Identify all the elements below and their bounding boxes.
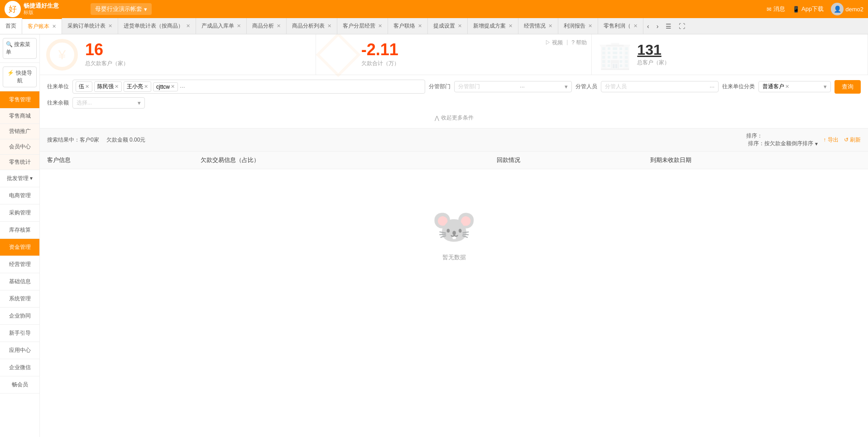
tab-biz-status-close[interactable]: ✕ — [548, 23, 552, 29]
collapse-filters-btn[interactable]: ⋀ 收起更多条件 — [433, 112, 475, 124]
unit-tag-3-close[interactable]: ✕ — [144, 84, 148, 90]
search-menu-btn[interactable]: 🔍 搜索菜单 — [3, 38, 37, 59]
table-header-row: 客户信息 欠款交易信息（占比） 回款情况 到期未收款日期 — [40, 152, 868, 169]
sidebar-item-enterprise-collab[interactable]: 企业协同 — [0, 308, 39, 325]
tab-accounts[interactable]: 客户账本 ✕ — [22, 18, 62, 34]
dept-dropdown-icon: ▾ — [565, 83, 568, 90]
balance-dropdown-icon: ▾ — [138, 100, 141, 106]
category-filter-select[interactable]: 普通客户 ✕ ▾ — [758, 81, 831, 92]
message-btn[interactable]: ✉ 消息 — [767, 5, 785, 13]
query-button[interactable]: 查询 — [834, 80, 861, 94]
sort-label-text: 排序：按欠款金额倒序排序 — [748, 140, 813, 147]
help-btn[interactable]: ? 帮助 — [571, 39, 587, 47]
tab-customer-contact[interactable]: 客户联络 ✕ — [388, 18, 428, 34]
tab-new-promo-close[interactable]: ✕ — [508, 23, 513, 29]
unit-tag-4-close[interactable]: ✕ — [171, 84, 175, 90]
tab-scroll-left[interactable]: ‹ — [643, 18, 653, 34]
dept-more-icon[interactable]: ··· — [520, 83, 525, 90]
sidebar-item-basic-info[interactable]: 基础信息 — [0, 273, 39, 290]
stat-credit-customers-value: 16 — [85, 42, 307, 58]
tab-retail-profit[interactable]: 零售利润（ ✕ — [598, 18, 643, 34]
org-name: 母婴行业演示帐套 — [95, 5, 142, 13]
stat-total-customers-value[interactable]: 131 — [637, 43, 858, 57]
refresh-btn[interactable]: ↺ 刷新 — [844, 136, 861, 144]
sidebar-item-retail-mgmt[interactable]: 零售管理 — [0, 91, 39, 109]
dept-filter-select[interactable]: 分管部门 ··· ▾ — [454, 81, 572, 92]
sidebar-item-system-mgmt[interactable]: 系统管理 — [0, 290, 39, 308]
col-credit-info: 欠款交易信息（占比） — [193, 152, 489, 169]
person-more-icon[interactable]: ··· — [710, 83, 715, 90]
sidebar-item-member-center[interactable]: 会员中心 — [0, 139, 39, 155]
sidebar-item-app-center[interactable]: 应用中心 — [0, 342, 39, 359]
tab-scroll-right[interactable]: › — [653, 18, 662, 34]
tab-promo-settings-close[interactable]: ✕ — [458, 23, 462, 29]
tab-fullscreen[interactable]: ⛶ — [675, 18, 689, 34]
tab-segment-close[interactable]: ✕ — [378, 23, 382, 29]
sidebar-item-new-guide[interactable]: 新手引导 — [0, 325, 39, 342]
quick-nav-btn[interactable]: ⚡ 快捷导航 — [3, 66, 37, 87]
tab-inbound-stat-close[interactable]: ✕ — [186, 23, 190, 29]
stat-credit-customers-label: 总欠款客户（家） — [85, 60, 307, 67]
tab-profit-close[interactable]: ✕ — [588, 23, 592, 29]
empty-text: 暂无数据 — [442, 253, 466, 261]
sidebar-retail-sub: 零售商城 营销推广 会员中心 零售统计 — [0, 109, 39, 170]
stat-total-credit-amount: -2.11 欠款合计（万） ▷ 视频 | ? 帮助 — [316, 34, 592, 75]
unit-tag-1: 伍 ✕ — [76, 81, 92, 92]
tab-home[interactable]: 首页 — [0, 18, 22, 34]
unit-tag-1-close[interactable]: ✕ — [85, 84, 89, 90]
sidebar-item-retail-stats[interactable]: 零售统计 — [0, 155, 39, 170]
sidebar-item-ops-mgmt[interactable]: 经营管理 — [0, 256, 39, 273]
filter-row-1: 往来单位 伍 ✕ 陈民强 ✕ 王小亮 ✕ — [47, 80, 861, 94]
tab-retail-profit-close[interactable]: ✕ — [633, 23, 638, 29]
sidebar-item-premium-member[interactable]: 畅会员 — [0, 376, 39, 394]
unit-tag-2-close[interactable]: ✕ — [115, 84, 119, 90]
empty-icon: 🐭 — [432, 205, 477, 248]
app-download-btn[interactable]: 📱 App下载 — [792, 5, 824, 13]
category-tag-1-close[interactable]: ✕ — [785, 84, 789, 90]
tab-inbound-stat[interactable]: 进货单统计表（按商品） ✕ — [118, 18, 196, 34]
sidebar-item-enterprise-wechat[interactable]: 企业微信 — [0, 359, 39, 376]
col-overdue-date: 到期未收款日期 — [643, 152, 868, 169]
tab-promotion-settings[interactable]: 提成设置 ✕ — [428, 18, 468, 34]
video-help-area: ▷ 视频 | ? 帮助 — [545, 39, 587, 47]
sidebar-item-retail-mall[interactable]: 零售商城 — [0, 109, 39, 124]
tab-goods-analysis[interactable]: 商品分析 ✕ — [247, 18, 287, 34]
stat-total-customers: 🏢 131 总客户（家） — [592, 34, 868, 75]
tab-accounts-close[interactable]: ✕ — [52, 24, 56, 29]
tab-menu[interactable]: ☰ — [662, 18, 675, 34]
sidebar-item-purchase[interactable]: 采购管理 — [0, 204, 39, 222]
tab-new-promotion[interactable]: 新增提成方案 ✕ — [468, 18, 518, 34]
sidebar-item-batch-mgmt[interactable]: 批发管理 ▾ — [0, 170, 39, 187]
unit-tag-more[interactable]: ··· — [180, 83, 185, 90]
tab-business-status[interactable]: 经营情况 ✕ — [518, 18, 558, 34]
balance-filter-select[interactable]: 选择... ▾ — [72, 97, 145, 109]
sort-select[interactable]: 排序：按欠款金额倒序排序 ▾ — [746, 140, 818, 147]
export-btn[interactable]: ↑ 导出 — [823, 136, 838, 144]
tab-goods-analysis-close[interactable]: ✕ — [277, 23, 281, 29]
unit-tag-3: 王小亮 ✕ — [124, 81, 151, 92]
sidebar-item-marketing[interactable]: 营销推广 — [0, 124, 39, 139]
sidebar: 🔍 搜索菜单 ⚡ 快捷导航 零售管理 零售商城 营销推广 会员中心 零售统计 批… — [0, 34, 40, 437]
logo-icon: 好 — [5, 1, 21, 17]
person-filter-select[interactable]: 分管人员 ··· — [601, 81, 719, 92]
tab-production-close[interactable]: ✕ — [237, 23, 241, 29]
user-menu[interactable]: 👤 demo2 — [831, 3, 863, 15]
tab-purchase-order-close[interactable]: ✕ — [108, 23, 112, 29]
tab-contact-close[interactable]: ✕ — [418, 23, 422, 29]
col-payment-status: 回款情况 — [489, 152, 643, 169]
video-btn[interactable]: ▷ 视频 — [545, 39, 563, 47]
tab-goods-list-close[interactable]: ✕ — [327, 23, 331, 29]
tab-purchase-order[interactable]: 采购订单统计表 ✕ — [62, 18, 118, 34]
sidebar-item-inventory[interactable]: 库存核算 — [0, 222, 39, 239]
category-tag-1: 普通客户 ✕ — [762, 83, 789, 90]
tab-profit-report[interactable]: 利润报告 ✕ — [558, 18, 598, 34]
unit-filter-tags[interactable]: 伍 ✕ 陈民强 ✕ 王小亮 ✕ cjttcw ✕ — [72, 80, 425, 94]
logo-area: 好 畅捷通好生意 标版 — [5, 1, 86, 17]
org-selector[interactable]: 母婴行业演示帐套 ▾ — [91, 3, 152, 15]
tab-production[interactable]: 产成品入库单 ✕ — [196, 18, 247, 34]
sidebar-item-ecommerce[interactable]: 电商管理 — [0, 187, 39, 204]
tab-customer-segment[interactable]: 客户分层经营 ✕ — [337, 18, 388, 34]
sidebar-item-finance[interactable]: 资金管理 — [0, 239, 39, 256]
tab-goods-analysis-list[interactable]: 商品分析列表 ✕ — [287, 18, 337, 34]
app-name: 畅捷通好生意 — [24, 2, 59, 10]
